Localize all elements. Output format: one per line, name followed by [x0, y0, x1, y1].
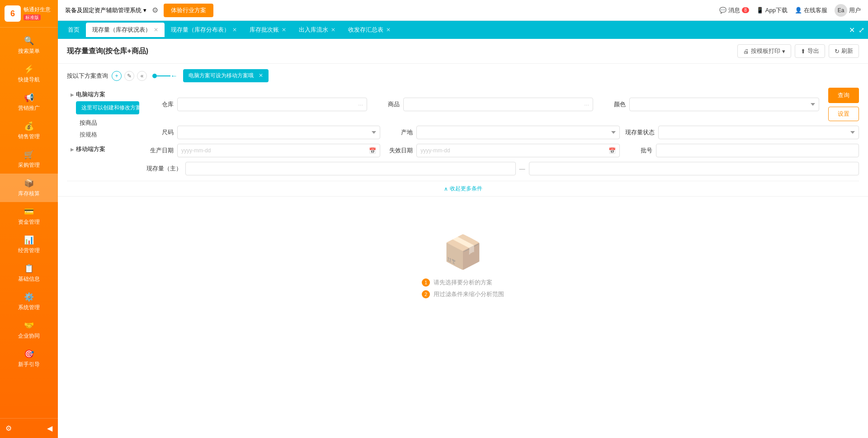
sidebar-item-enterprise-label: 企业协同 [18, 332, 40, 340]
phone-icon: 📱 [756, 7, 764, 14]
warehouse-dots-icon: ··· [358, 101, 363, 108]
exp-date-input[interactable]: yyyy-mm-dd 📅 [416, 144, 619, 157]
scheme-mobile-label: 移动端方案 [76, 145, 105, 153]
tip-num-2: 2 [422, 290, 430, 298]
sidebar-item-finance[interactable]: 💳 资金管理 [0, 202, 58, 231]
sidebar-item-basic[interactable]: 📋 基础信息 [0, 259, 58, 287]
tab-recv-summary-close[interactable]: ✕ [386, 27, 391, 33]
collapse-btn[interactable]: ∧ 收起更多条件 [67, 181, 859, 196]
tooltip-scheme-create: 这里可以创建和修改方案哦 ✕ [76, 101, 139, 114]
tab-home[interactable]: 首页 [61, 23, 86, 37]
tab-bar-actions: ✕ ⤢ [849, 26, 864, 34]
sidebar-item-enterprise[interactable]: 🤝 企业协同 [0, 316, 58, 344]
search-btn[interactable]: 查询 [828, 88, 859, 103]
edit-scheme-btn[interactable]: ✎ [124, 71, 134, 81]
scheme-panel: ▶ 电脑端方案 这里可以创建和修改方案哦 ✕ 按商品 按规格 ▶ 移动端方案 [67, 88, 139, 175]
system-selector[interactable]: 装备及固定资产辅助管理系统 ▾ [65, 6, 146, 14]
sidebar-collapse-btn[interactable]: ◀ [47, 424, 52, 433]
empty-state: 📦 1 请先选择要分析的方案 2 用过滤条件来缩小分析范围 [58, 197, 868, 334]
sidebar-footer: ⚙ ◀ [0, 418, 58, 438]
range-sep: — [519, 165, 525, 172]
page-actions: 🖨 按模板打印 ▾ ⬆ 导出 ↻ 刷新 [737, 44, 859, 58]
logo-icon: 6 [5, 5, 21, 22]
refresh-btn[interactable]: ↻ 刷新 [829, 44, 859, 58]
warehouse-input[interactable]: ··· [177, 98, 367, 111]
filter-area: 按以下方案查询 + ✎ « ← 电脑方案可设为移动方案哦 ✕ [58, 64, 868, 197]
filter-row-2: 尺码 产地 现存量状态 [146, 126, 859, 139]
tab-expand-btn[interactable]: ⤢ [859, 26, 864, 34]
exp-date-placeholder: yyyy-mm-dd [420, 147, 450, 154]
size-label: 尺码 [146, 128, 174, 137]
filter-actions: + ✎ « [112, 71, 147, 81]
scheme-pc[interactable]: ▶ 电脑端方案 [67, 88, 139, 101]
system-name: 装备及固定资产辅助管理系统 [65, 6, 142, 14]
tab-batch-ledger-close[interactable]: ✕ [282, 27, 286, 33]
tooltip-2-close[interactable]: ✕ [151, 104, 156, 111]
sidebar-item-system[interactable]: ⚙️ 系统管理 [0, 287, 58, 316]
filter-header: 按以下方案查询 + ✎ « ← 电脑方案可设为移动方案哦 ✕ [67, 69, 859, 82]
empty-tip-2-text: 用过滤条件来缩小分析范围 [434, 290, 504, 298]
sidebar-item-inventory[interactable]: 📦 库存核算 [0, 174, 58, 202]
origin-select[interactable] [416, 126, 619, 139]
tooltip-text-2: 这里可以创建和修改方案哦 [81, 104, 146, 111]
export-btn[interactable]: ⬆ 导出 [795, 44, 825, 58]
experience-btn[interactable]: 体验行业方案 [164, 4, 213, 17]
filter-row-4: 现存量（主） — [146, 162, 859, 175]
app-download-item[interactable]: 📱 App下载 [756, 6, 788, 14]
tab-batch-ledger[interactable]: 库存批次账 ✕ [243, 23, 292, 37]
tab-inout-flow-close[interactable]: ✕ [331, 27, 335, 33]
user-item[interactable]: Ea 用户 [835, 4, 861, 17]
empty-tip-1-text: 请先选择要分析的方案 [434, 278, 492, 287]
online-service-label: 在线客服 [804, 6, 827, 14]
tab-inventory-dist-close[interactable]: ✕ [232, 27, 237, 33]
message-item[interactable]: 💬 消息 8 [719, 6, 749, 14]
reset-btn[interactable]: 设置 [828, 107, 859, 121]
purchase-icon: 🛒 [24, 150, 34, 160]
sidebar-item-operation[interactable]: 📊 经营管理 [0, 231, 58, 259]
scheme-mobile[interactable]: ▶ 移动端方案 [67, 142, 139, 156]
tab-inventory-status-close[interactable]: ✕ [154, 27, 158, 33]
search-icon: 🔍 [24, 36, 34, 46]
color-select[interactable] [629, 98, 819, 111]
print-btn[interactable]: 🖨 按模板打印 ▾ [737, 44, 791, 58]
scheme-item-by-spec[interactable]: 按规格 [76, 129, 139, 141]
tab-inventory-status[interactable]: 现存量（库存状况表） ✕ [86, 23, 165, 37]
header-left: 装备及固定资产辅助管理系统 ▾ ⚙ 体验行业方案 [65, 4, 213, 17]
header-settings-icon[interactable]: ⚙ [152, 6, 158, 14]
add-scheme-btn[interactable]: + [112, 71, 122, 81]
expand-icon: ▶ [71, 92, 74, 97]
tooltip-1-close[interactable]: ✕ [259, 72, 263, 79]
filter-group-stock-qty: 现存量（主） — [146, 162, 859, 175]
prod-date-placeholder: yyyy-mm-dd [181, 147, 211, 154]
scheme-item-by-goods[interactable]: 按商品 [76, 117, 139, 129]
sidebar-item-sales-label: 销售管理 [18, 133, 40, 141]
size-select[interactable] [177, 126, 380, 139]
batch-input[interactable] [656, 144, 859, 157]
goods-input[interactable]: ··· [403, 98, 593, 111]
tab-close-all-btn[interactable]: ✕ [849, 26, 855, 34]
tab-inventory-dist[interactable]: 现存量（库存分布表） ✕ [165, 23, 243, 37]
sidebar-item-purchase[interactable]: 🛒 采购管理 [0, 145, 58, 174]
stock-status-select[interactable] [658, 126, 859, 139]
stock-qty-max[interactable] [529, 162, 859, 175]
sidebar-item-guide[interactable]: 🎯 新手引导 [0, 344, 58, 373]
sidebar-item-sales[interactable]: 💰 销售管理 [0, 117, 58, 145]
stock-qty-label: 现存量（主） [146, 165, 182, 173]
inventory-icon: 📦 [24, 178, 34, 188]
tooltip-text-1: 电脑方案可设为移动方案哦 [189, 72, 254, 79]
search-buttons: 查询 设置 [828, 88, 859, 121]
sidebar-settings-btn[interactable]: ⚙ [5, 424, 12, 433]
sidebar-item-marketing[interactable]: 📢 营销推广 [0, 88, 58, 117]
sidebar-item-operation-label: 经营管理 [18, 247, 40, 254]
sidebar-item-inventory-label: 库存核算 [18, 190, 40, 198]
stock-qty-min[interactable] [185, 162, 516, 175]
prod-date-input[interactable]: yyyy-mm-dd 📅 [177, 144, 380, 157]
sidebar-item-quicknav[interactable]: ⚡ 快捷导航 [0, 60, 58, 88]
tab-recv-summary[interactable]: 收发存汇总表 ✕ [342, 23, 397, 37]
empty-illustration: 📦 [443, 233, 483, 271]
tab-inout-flow-label: 出入库流水 [299, 26, 328, 34]
prev-scheme-btn[interactable]: « [137, 71, 147, 81]
online-service-item[interactable]: 👤 在线客服 [795, 6, 827, 14]
tab-inout-flow[interactable]: 出入库流水 ✕ [292, 23, 342, 37]
sidebar-item-search[interactable]: 🔍 搜索菜单 [0, 31, 58, 60]
